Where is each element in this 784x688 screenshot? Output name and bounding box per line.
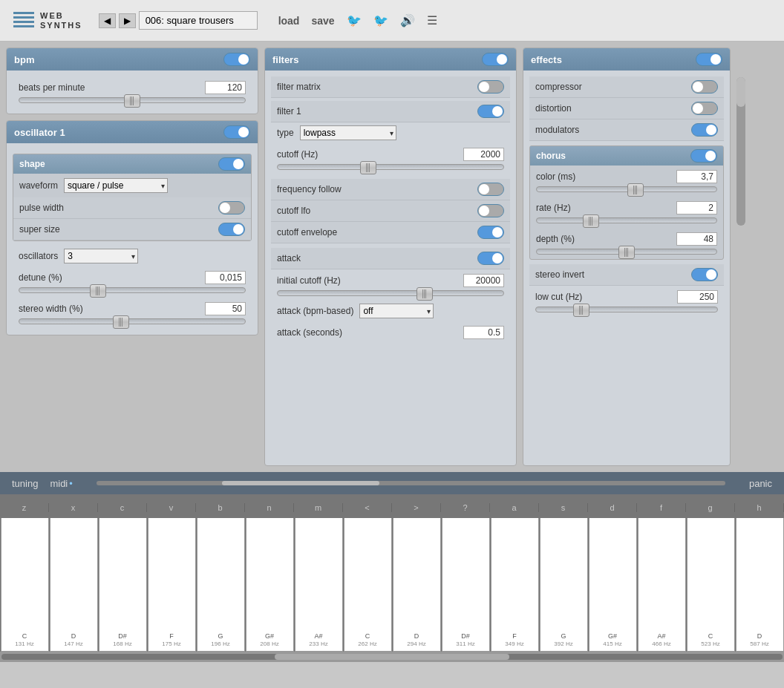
low-cut-value[interactable]: 250 [677,290,718,304]
filter-matrix-toggle[interactable] [477,80,504,94]
filter-type-select[interactable]: lowpass [300,125,396,140]
depth-label-row: depth (%) 48 [536,232,717,246]
tuning-item[interactable]: tuning [12,478,38,489]
stereo-invert-toggle[interactable] [691,268,718,281]
super-size-toggle[interactable] [218,223,245,236]
filter-type-label: type [277,128,294,138]
logo-icon [12,9,36,33]
low-cut-slider-thumb[interactable] [573,304,589,317]
bpm-toggle[interactable] [223,53,250,66]
piano-key-13[interactable]: A#466 Hz [638,518,686,652]
depth-slider-thumb[interactable] [618,246,635,259]
bpm-value[interactable]: 120 [205,81,246,94]
depth-slider-track[interactable] [536,249,717,255]
rate-value[interactable]: 2 [676,201,717,214]
initial-cutoff-value[interactable]: 20000 [463,274,504,287]
piano-key-1[interactable]: D147 Hz [50,518,98,652]
stereo-width-slider-track[interactable] [19,318,246,324]
bottom-scroll-thumb[interactable] [275,654,509,660]
piano-key-0[interactable]: C131 Hz [1,518,49,652]
cutoff-value[interactable]: 2000 [463,148,504,161]
color-slider-track[interactable] [536,186,717,192]
piano-key-11[interactable]: G392 Hz [540,518,588,652]
frequency-follow-toggle[interactable] [477,183,504,196]
piano-key-12[interactable]: G#415 Hz [589,518,637,652]
attack-bpm-select[interactable]: off [359,304,434,318]
oscillator-toggle[interactable] [223,125,250,139]
audio-icon[interactable]: 🔊 [400,13,415,27]
bpm-slider-thumb[interactable] [124,94,140,108]
scroll-bar-track[interactable] [97,481,725,485]
cutoff-slider-thumb[interactable] [360,161,376,174]
stereo-width-value[interactable]: 50 [205,302,246,315]
panic-button[interactable]: panic [749,478,772,489]
filter1-toggle[interactable] [477,105,504,118]
initial-cutoff-slider-track[interactable] [277,290,504,296]
distortion-toggle[interactable] [691,102,718,115]
cutoff-label: cutoff (Hz) [277,149,318,160]
cutoff-envelope-toggle[interactable] [477,226,504,239]
piano-key-10[interactable]: F349 Hz [491,518,539,652]
menu-icon[interactable]: ☰ [427,13,437,27]
color-value[interactable]: 3,7 [676,170,717,183]
oscillator-panel-body: shape waveform square / pulse [7,143,258,335]
filters-toggle[interactable] [482,53,509,66]
scroll-thumb[interactable] [736,77,745,107]
piano-key-15[interactable]: D587 Hz [736,518,784,652]
detune-value[interactable]: 0,015 [205,271,246,284]
modulators-label: modulators [535,125,579,135]
piano-key-5[interactable]: G#208 Hz [246,518,294,652]
shape-toggle[interactable] [218,157,245,171]
svg-rect-2 [13,21,34,23]
attack-seconds-value[interactable]: 0.5 [463,326,504,339]
midi-item[interactable]: midi [50,478,72,489]
pulse-width-toggle[interactable] [218,201,245,214]
detune-slider-track[interactable] [19,287,246,293]
color-slider-thumb[interactable] [627,183,644,197]
modulators-toggle[interactable] [691,123,718,137]
effects-title: effects [531,54,562,65]
bottom-scroll-track[interactable] [1,654,783,660]
next-preset-button[interactable]: ▶ [119,13,136,28]
facebook-icon[interactable]: 🐦 [347,13,362,27]
cutoff-slider-track[interactable] [277,164,504,170]
waveform-select[interactable]: square / pulse [64,178,168,193]
attack-label: attack [277,253,301,263]
compressor-toggle[interactable] [691,80,718,94]
twitter-icon[interactable]: 🐦 [373,13,388,27]
detune-label: detune (%) [19,272,62,283]
attack-toggle[interactable] [477,252,504,265]
oscillators-select[interactable]: 3 [64,249,138,263]
effects-toggle[interactable] [696,53,722,66]
piano-key-14[interactable]: C523 Hz [687,518,735,652]
initial-cutoff-slider-thumb[interactable] [416,287,433,301]
stereo-width-slider-thumb[interactable] [113,315,129,329]
rate-slider-thumb[interactable] [583,214,599,228]
filter-type-select-wrap: lowpass [300,125,396,140]
piano-freq-1: 147 Hz [64,641,82,647]
piano-key-2[interactable]: D#168 Hz [99,518,147,652]
chorus-toggle[interactable] [690,149,717,163]
filters-title: filters [272,54,298,65]
prev-preset-button[interactable]: ◀ [99,13,116,28]
preset-select[interactable]: 006: square trousers [139,11,258,30]
depth-value[interactable]: 48 [676,232,717,246]
piano-key-8[interactable]: D294 Hz [393,518,441,652]
rate-slider-track[interactable] [536,217,717,223]
piano-white-keys: C131 HzD147 HzD#168 HzF175 HzG196 HzG#20… [0,518,784,652]
detune-slider-thumb[interactable] [90,284,106,298]
piano-key-3[interactable]: F175 Hz [148,518,196,652]
load-button[interactable]: load [278,15,300,27]
scroll-bar-thumb[interactable] [222,481,379,485]
piano-key-7[interactable]: C262 Hz [344,518,392,652]
piano-key-4[interactable]: G196 Hz [197,518,245,652]
piano-key-9[interactable]: D#311 Hz [442,518,490,652]
super-size-row: super size [13,219,251,240]
piano-key-6[interactable]: A#233 Hz [295,518,343,652]
piano-key-label-d: d [588,503,637,512]
header-actions: load save 🐦 🐦 🔊 ☰ [278,13,437,27]
save-button[interactable]: save [311,15,334,27]
bpm-slider-track[interactable] [19,97,246,103]
low-cut-slider-track[interactable] [535,307,718,312]
cutoff-lfo-toggle[interactable] [477,204,504,217]
